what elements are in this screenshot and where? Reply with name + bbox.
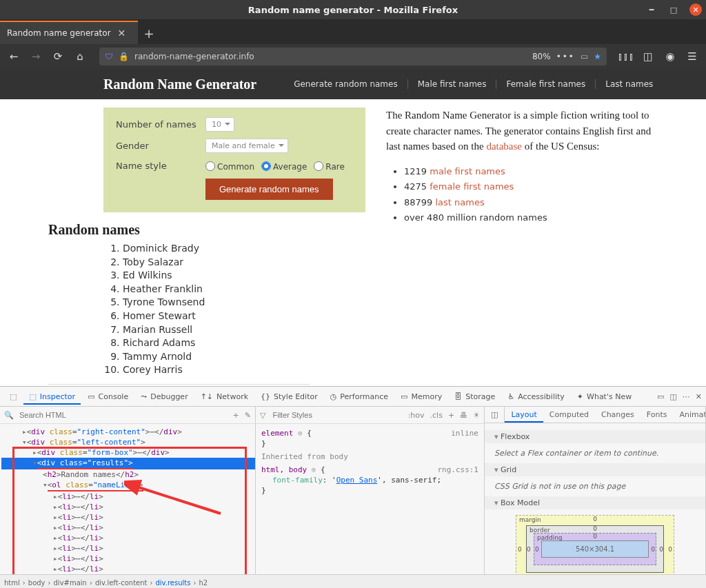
style-radio-average[interactable]: Average bbox=[261, 160, 307, 172]
window-titlebar: Random name generator - Mozilla Firefox … bbox=[0, 0, 706, 19]
add-rule-icon[interactable]: + bbox=[448, 411, 454, 420]
devtools-tab-inspector[interactable]: ⬚ Inspector bbox=[23, 389, 81, 405]
generate-button[interactable]: Generate random names bbox=[205, 179, 333, 200]
maximize-button[interactable]: □ bbox=[667, 3, 680, 16]
flexbox-msg: Select a Flex container or item to conti… bbox=[489, 446, 701, 460]
browser-tabstrip: Random name generator ✕ + bbox=[0, 19, 706, 44]
library-icon[interactable]: ⫿⫿⫿ bbox=[618, 51, 634, 63]
zoom-level[interactable]: 80% bbox=[532, 52, 551, 61]
devtools-tab-whatsnew[interactable]: ✦ What's New bbox=[572, 389, 637, 405]
nav-link[interactable]: Last names bbox=[596, 79, 663, 89]
devtools-tab-storage[interactable]: 🗄 Storage bbox=[449, 389, 501, 405]
new-tab-button[interactable]: + bbox=[138, 22, 160, 44]
boxmodel-section[interactable]: Box Model bbox=[485, 496, 705, 509]
close-button[interactable]: ✕ bbox=[689, 3, 702, 16]
css-rules[interactable]: element ⊕ {inline } Inherited from body … bbox=[256, 424, 484, 500]
bookmark-star-icon[interactable]: ★ bbox=[594, 52, 601, 61]
nav-link[interactable]: Generate random names bbox=[284, 79, 408, 89]
devtools-tab-network[interactable]: ↑↓ Network bbox=[195, 389, 254, 405]
devtools-close-icon[interactable]: ✕ bbox=[696, 392, 702, 401]
site-header: Random Name Generator Generate random na… bbox=[0, 69, 706, 99]
filter-styles-input[interactable] bbox=[271, 410, 402, 420]
eyedropper-icon[interactable]: ✎ bbox=[245, 411, 251, 420]
menu-icon[interactable]: ☰ bbox=[684, 50, 700, 63]
breadcrumb[interactable]: html › body › div#main › div.left-conten… bbox=[0, 574, 706, 588]
site-title: Random Name Generator bbox=[103, 77, 256, 92]
list-item: Tammy Arnold bbox=[123, 350, 365, 364]
database-link[interactable]: database bbox=[486, 141, 522, 152]
account-icon[interactable]: ◉ bbox=[662, 50, 678, 63]
num-names-select[interactable]: 10 bbox=[205, 117, 234, 132]
html-tree[interactable]: ▸<div class="right-content">⋯</div> ▾<di… bbox=[0, 424, 255, 574]
toggle-3pane-icon[interactable]: ◫ bbox=[485, 407, 505, 423]
list-item: Heather Franklin bbox=[123, 283, 365, 296]
num-names-label: Number of names bbox=[116, 119, 205, 130]
layout-tab[interactable]: Layout bbox=[505, 407, 543, 423]
devtools-tab-memory[interactable]: ▭ Memory bbox=[395, 389, 447, 405]
home-icon[interactable]: ⌂ bbox=[72, 50, 88, 63]
reload-icon[interactable]: ⟳ bbox=[50, 50, 66, 63]
list-item: Toby Salazar bbox=[123, 256, 365, 270]
html-search-input[interactable] bbox=[18, 410, 229, 420]
url-bar[interactable]: 🛡 🔒 random-name-generator.info 80% ••• ▭… bbox=[99, 48, 607, 65]
devtools-tabs: ⬚ ⬚ Inspector ▭ Console ⤳ Debugger ↑↓ Ne… bbox=[0, 387, 706, 407]
computed-tab[interactable]: Computed bbox=[543, 407, 595, 423]
devtools-tab-styleeditor[interactable]: {} Style Editor bbox=[255, 389, 323, 405]
page-actions-icon[interactable]: ••• bbox=[556, 52, 575, 61]
style-label: Name style bbox=[116, 161, 205, 171]
minimize-button[interactable]: ━ bbox=[645, 3, 658, 16]
responsive-mode-icon[interactable]: ▭ bbox=[657, 392, 664, 401]
hov-toggle[interactable]: :hov bbox=[408, 411, 425, 420]
style-radio-rare[interactable]: Rare bbox=[314, 160, 344, 172]
devtools-menu-icon[interactable]: ⋯ bbox=[683, 392, 690, 401]
reader-icon[interactable]: ▭ bbox=[581, 52, 588, 61]
element-picker-icon[interactable]: ⬚ bbox=[4, 389, 22, 405]
changes-tab[interactable]: Changes bbox=[595, 407, 641, 423]
list-item: Corey Harris bbox=[123, 363, 365, 377]
light-scheme-icon[interactable]: ☀ bbox=[473, 411, 480, 420]
tab-label: Random name generator bbox=[7, 28, 111, 38]
fonts-tab[interactable]: Fonts bbox=[641, 407, 674, 423]
devtools-tab-console[interactable]: ▭ Console bbox=[82, 389, 134, 405]
add-node-icon[interactable]: + bbox=[233, 411, 239, 420]
shield-icon[interactable]: 🛡 bbox=[105, 52, 113, 61]
devtools-tab-accessibility[interactable]: ♿ Accessibility bbox=[502, 389, 570, 405]
intro-text: The Random Name Generator is a simple fi… bbox=[386, 108, 662, 379]
sidebar-icon[interactable]: ◫ bbox=[640, 50, 656, 63]
gender-select[interactable]: Male and female bbox=[205, 139, 288, 153]
list-item: Homer Stewart bbox=[123, 310, 365, 323]
devtools-tab-debugger[interactable]: ⤳ Debugger bbox=[135, 389, 193, 405]
print-sim-icon[interactable]: 🖶 bbox=[460, 411, 467, 420]
page-content: Random Name Generator Generate random na… bbox=[0, 69, 706, 386]
anim-tab[interactable]: Animat bbox=[674, 407, 706, 423]
back-icon[interactable]: ← bbox=[6, 50, 22, 63]
window-title: Random name generator - Mozilla Firefox bbox=[0, 5, 706, 15]
grid-section[interactable]: Grid bbox=[485, 463, 705, 476]
forward-icon: → bbox=[28, 50, 44, 63]
css-panel: ▽ :hov .cls + 🖶 ☀ element ⊕ {inline } In… bbox=[256, 407, 485, 574]
devtools-tab-performance[interactable]: ◷ Performance bbox=[325, 389, 394, 405]
cls-toggle[interactable]: .cls bbox=[430, 411, 443, 420]
dock-side-icon[interactable]: ◫ bbox=[669, 392, 676, 401]
layout-panel: ◫ Layout Computed Changes Fonts Animat F… bbox=[485, 407, 706, 574]
site-nav: Generate random names Male first names F… bbox=[284, 79, 663, 89]
style-radio-common[interactable]: Common bbox=[205, 160, 254, 172]
nav-link[interactable]: Male first names bbox=[408, 79, 497, 89]
flexbox-section[interactable]: Flexbox bbox=[485, 430, 705, 443]
list-item: Marian Russell bbox=[123, 323, 365, 337]
male-names-link[interactable]: male first names bbox=[430, 166, 505, 176]
last-names-link[interactable]: last names bbox=[436, 197, 485, 207]
browser-tab[interactable]: Random name generator ✕ bbox=[0, 21, 138, 44]
generator-form: Number of names 10 Gender Male and femal… bbox=[103, 108, 365, 212]
tab-close-icon[interactable]: ✕ bbox=[118, 28, 126, 39]
results-heading: Random names bbox=[48, 222, 365, 238]
nav-link[interactable]: Female first names bbox=[496, 79, 596, 89]
box-model-diagram: margin 0 border 0 padding 0 540×304.1 0 … bbox=[516, 515, 674, 574]
list-item: Richard Adams bbox=[123, 336, 365, 350]
browser-toolbar: ← → ⟳ ⌂ 🛡 🔒 random-name-generator.info 8… bbox=[0, 44, 706, 69]
lock-icon: 🔒 bbox=[119, 52, 129, 61]
results-section: Random names Dominick Brady Toby Salazar… bbox=[103, 222, 365, 385]
female-names-link[interactable]: female first names bbox=[430, 181, 514, 192]
gender-label: Gender bbox=[116, 141, 205, 151]
devtools: ⬚ ⬚ Inspector ▭ Console ⤳ Debugger ↑↓ Ne… bbox=[0, 386, 706, 588]
